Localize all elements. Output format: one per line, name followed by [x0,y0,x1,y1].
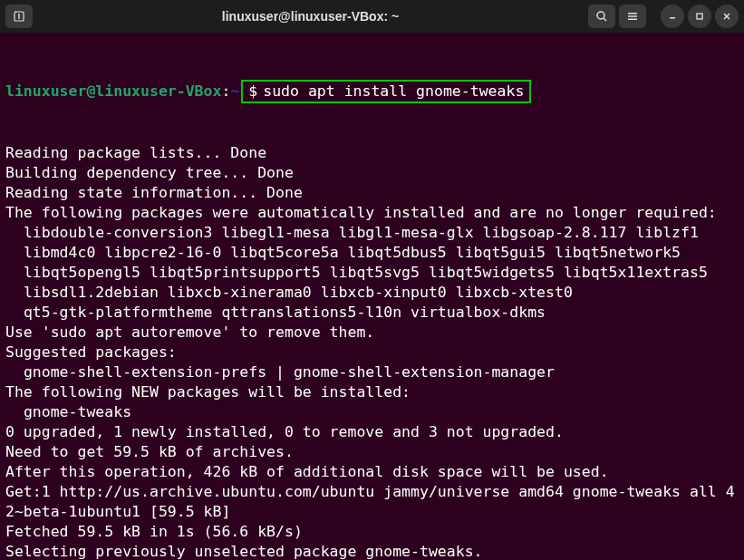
close-button[interactable] [715,5,739,28]
svg-rect-7 [628,19,637,21]
output-line: Need to get 59.5 kB of archives. [5,442,739,462]
svg-rect-8 [670,17,675,19]
output-line: qt5-gtk-platformtheme qttranslations5-l1… [5,303,739,323]
svg-rect-6 [628,15,637,17]
output-line: 0 upgraded, 1 newly installed, 0 to remo… [5,422,739,442]
output-line: The following NEW packages will be insta… [5,382,739,402]
svg-point-3 [597,12,604,19]
output-line: libmd4c0 libpcre2-16-0 libqt5core5a libq… [5,243,739,263]
menu-button[interactable] [619,5,646,28]
svg-line-4 [604,18,606,21]
output-line: Reading package lists... Done [5,143,739,163]
prompt-colon: : [221,82,230,101]
maximize-button[interactable] [688,5,711,28]
output-line: gnome-shell-extension-prefs | gnome-shel… [5,362,739,382]
window-title: linuxuser@linuxuser-VBox: ~ [36,9,585,24]
svg-rect-5 [628,13,637,14]
prompt-user-host: linuxuser@linuxuser-VBox [5,82,221,101]
titlebar-right [588,5,739,28]
prompt-symbol: $ [248,82,257,101]
prompt-path: ~ [230,82,239,101]
terminal-content[interactable]: linuxuser@linuxuser-VBox:~ $ sudo apt in… [0,33,744,560]
output-line: Suggested packages: [5,343,739,362]
output-line: Get:1 http://us.archive.ubuntu.com/ubunt… [5,482,739,522]
output-line: libqt5opengl5 libqt5printsupport5 libqt5… [5,263,739,283]
titlebar: linuxuser@linuxuser-VBox: ~ [0,0,744,33]
search-button[interactable] [588,5,615,28]
output-line: After this operation, 426 kB of addition… [5,462,739,482]
output-line: Use 'sudo apt autoremove' to remove them… [5,323,739,343]
svg-rect-1 [18,14,19,19]
command-text: sudo apt install gnome-tweaks [263,82,524,101]
output-line: libdouble-conversion3 libegl1-mesa libgl… [5,223,739,243]
output-line: The following packages were automaticall… [5,203,739,223]
output-line: gnome-tweaks [5,402,739,422]
terminal-output: Reading package lists... DoneBuilding de… [5,143,739,560]
output-line: libsdl1.2debian libxcb-xinerama0 libxcb-… [5,283,739,303]
minimize-button[interactable] [661,5,684,28]
output-line: Building dependency tree... Done [5,163,739,183]
titlebar-left [5,5,33,28]
output-line: Selecting previously unselected package … [5,542,739,560]
svg-rect-9 [697,14,702,19]
output-line: Fetched 59.5 kB in 1s (56.6 kB/s) [5,522,739,542]
prompt-line: linuxuser@linuxuser-VBox:~ $ sudo apt in… [5,80,739,103]
command-highlight-box: $ sudo apt install gnome-tweaks [241,80,531,103]
output-line: Reading state information... Done [5,183,739,203]
new-tab-button[interactable] [5,5,33,28]
